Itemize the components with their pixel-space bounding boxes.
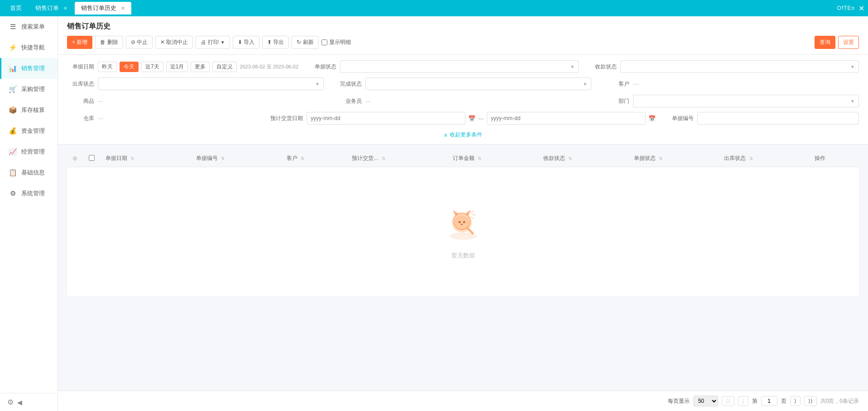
th-delivery-status[interactable]: 出库状态 ⇅	[719, 150, 809, 167]
filter-delivery-status-control: ▼	[98, 77, 324, 90]
tab-sales-order-close[interactable]: ✕	[63, 5, 67, 11]
svg-point-9	[463, 221, 465, 223]
sidebar-item-finance[interactable]: 💰 资金管理	[0, 121, 58, 141]
sidebar-item-search-menu[interactable]: ☰ 搜索菜单	[0, 16, 58, 37]
th-customer[interactable]: 客户 ⇅	[281, 150, 347, 167]
per-page-label: 每页显示	[668, 397, 690, 405]
collapse-label: 收起更多条件	[450, 131, 482, 139]
filter-warehouse: 仓库 ···	[67, 115, 259, 122]
often-label: OfTEn	[837, 5, 855, 11]
th-date[interactable]: 单据日期 ⇅	[100, 150, 191, 167]
sidebar-settings-icon[interactable]: ⚙	[7, 398, 14, 406]
date-btn-more[interactable]: 更多	[191, 62, 210, 72]
sidebar-item-purchase-mgmt[interactable]: 🛒 采购管理	[0, 79, 58, 100]
th-order-status[interactable]: 单据状态 ⇅	[628, 150, 719, 167]
select-all-checkbox[interactable]	[89, 155, 95, 161]
show-detail-checkbox[interactable]	[321, 39, 327, 45]
expected-delivery-end-input[interactable]	[487, 112, 646, 125]
th-order-status-label: 单据状态	[634, 155, 656, 161]
page-title: 销售订单历史	[67, 22, 859, 31]
sidebar-item-sales-mgmt[interactable]: 📊 销售管理	[0, 58, 58, 79]
table-settings-icon[interactable]: ⚙	[72, 155, 77, 162]
sort-number-icon[interactable]: ⇅	[221, 156, 225, 161]
expected-delivery-start-input[interactable]	[307, 112, 465, 125]
topbar-close-icon[interactable]: ✕	[858, 4, 864, 13]
per-page-select[interactable]: 50 10 20 100	[693, 396, 718, 406]
empty-state-text: 暂无数据	[451, 251, 475, 260]
page-last-button[interactable]: ⟩⟩	[804, 396, 817, 406]
product-dots-btn[interactable]: ···	[98, 97, 103, 105]
sidebar-item-sys-mgmt[interactable]: ⚙ 系统管理	[0, 183, 58, 204]
sidebar-expand-icon[interactable]: ◀	[17, 399, 22, 406]
show-detail-label: 显示明细	[329, 39, 351, 46]
page-prev-button[interactable]: ⟨	[738, 396, 748, 406]
print-button[interactable]: 🖨 打印 ▼	[196, 36, 230, 49]
page-first-button[interactable]: ⟨⟨	[722, 396, 734, 406]
sort-expected-delivery-icon[interactable]: ⇅	[382, 156, 385, 161]
sort-delivery-status-icon[interactable]: ⇅	[749, 156, 753, 161]
collapse-row[interactable]: ∧ 收起更多条件	[67, 129, 859, 139]
th-amount[interactable]: 订单金额 ⇅	[447, 150, 538, 167]
svg-point-8	[458, 221, 460, 223]
sort-payment-status-icon[interactable]: ⇅	[568, 156, 572, 161]
th-expected-delivery[interactable]: 预计交货... ⇅	[346, 150, 447, 167]
th-settings[interactable]: ⚙	[67, 150, 83, 167]
new-button[interactable]: + 新增	[67, 36, 92, 49]
customer-dots-btn[interactable]: ···	[633, 80, 638, 87]
delete-button[interactable]: 🗑 删除	[95, 36, 123, 49]
tab-sales-order-history-close[interactable]: ✕	[121, 5, 125, 11]
refresh-button[interactable]: ↻ 刷新	[292, 36, 318, 49]
import-button[interactable]: ⬇ 导入	[233, 36, 259, 49]
delivery-status-select[interactable]: ▼	[98, 77, 324, 90]
department-select[interactable]: ▼	[633, 95, 859, 107]
calendar-start-icon[interactable]: 📅	[468, 115, 475, 122]
date-btn-last7[interactable]: 近7天	[141, 62, 163, 72]
page-next-button[interactable]: ⟩	[790, 396, 801, 406]
date-btn-custom[interactable]: 自定义	[212, 62, 237, 72]
page-number-input[interactable]	[761, 396, 777, 406]
sort-order-status-icon[interactable]: ⇅	[659, 156, 662, 161]
sort-amount-icon[interactable]: ⇅	[478, 156, 481, 161]
filter-product-label: 商品	[67, 97, 94, 105]
date-btn-today[interactable]: 今天	[120, 62, 139, 72]
th-number[interactable]: 单据编号 ⇅	[191, 150, 281, 167]
salesperson-dots-btn[interactable]: ···	[365, 97, 371, 105]
sidebar-item-quick-nav[interactable]: ⚡ 快捷导航	[0, 37, 58, 58]
filter-salesperson: 业务员 ···	[335, 97, 591, 105]
export-button[interactable]: ⬆ 导出	[262, 36, 289, 49]
suspend-button[interactable]: ⊘ 中止	[126, 36, 153, 49]
sort-date-icon[interactable]: ⇅	[130, 156, 134, 161]
th-customer-label: 客户	[287, 155, 297, 161]
filter-order-number-control	[697, 112, 859, 125]
sidebar-item-sales-mgmt-label: 销售管理	[21, 64, 45, 73]
calendar-end-icon[interactable]: 📅	[648, 115, 656, 122]
order-status-select[interactable]: ▼	[340, 60, 579, 73]
empty-state-row: 暂无数据	[67, 167, 859, 296]
tab-home[interactable]: 首页	[4, 2, 28, 15]
page-suffix: 页	[781, 397, 786, 405]
tab-sales-order-history[interactable]: 销售订单历史 ✕	[75, 2, 131, 15]
show-detail-checkbox-wrapper: 显示明细	[321, 39, 351, 46]
tab-sales-order[interactable]: 销售订单 ✕	[29, 2, 74, 15]
sort-customer-icon[interactable]: ⇅	[301, 156, 304, 161]
payment-status-chevron: ▼	[850, 64, 855, 69]
filter-date-label: 单据日期	[67, 63, 94, 71]
th-checkbox[interactable]	[83, 150, 100, 167]
sidebar-item-inventory[interactable]: 📦 库存核算	[0, 100, 58, 121]
empty-state: 暂无数据	[67, 167, 859, 296]
warehouse-dots-btn[interactable]: ···	[98, 115, 103, 122]
date-btn-last1m[interactable]: 近1月	[166, 62, 188, 72]
date-btn-yesterday[interactable]: 昨天	[98, 62, 117, 72]
query-button[interactable]: 查询	[815, 36, 835, 49]
delivery-status-chevron: ▼	[315, 82, 320, 87]
order-number-input[interactable]	[697, 112, 859, 125]
th-payment-status[interactable]: 收款状态 ⇅	[538, 150, 628, 167]
sidebar-item-basic-info[interactable]: 📋 基础信息	[0, 162, 58, 183]
payment-status-select[interactable]: ▼	[620, 60, 859, 73]
sidebar-item-operations[interactable]: 📈 经营管理	[0, 141, 58, 162]
toolbar: + 新增 🗑 删除 ⊘ 中止 ✕ 取消中止 🖨 打印 ▼ ⬇ 导入 ⬆ 导出 ↻…	[67, 36, 859, 49]
settings-button[interactable]: 设置	[838, 36, 859, 49]
filter-order-number-label: 单据编号	[667, 115, 694, 122]
cancel-suspend-button[interactable]: ✕ 取消中止	[155, 36, 193, 49]
completion-status-select[interactable]: ▼	[365, 77, 591, 90]
